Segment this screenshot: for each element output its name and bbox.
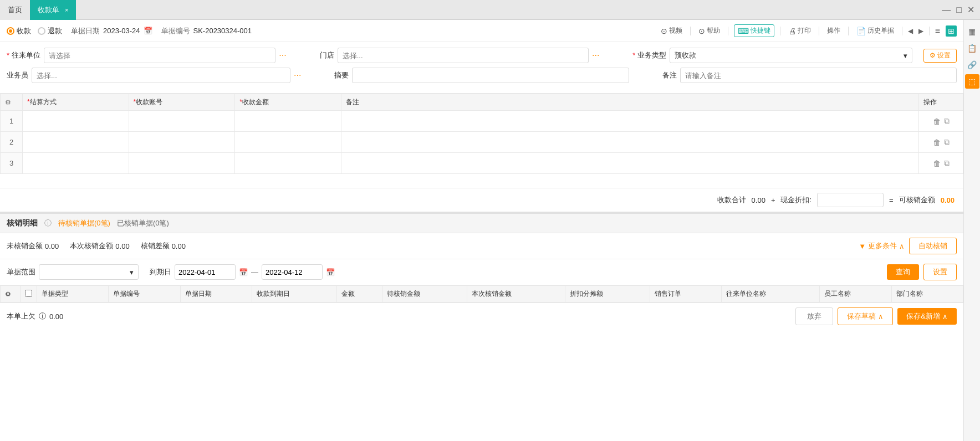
store-input[interactable] <box>338 48 589 63</box>
sidebar-icon-link[interactable]: 🔗 <box>965 58 979 72</box>
filter-setting-button[interactable]: 设置 <box>923 264 957 280</box>
btcol-counterpart-th: 往来单位名称 <box>722 286 820 302</box>
copy-icon-2[interactable]: ⧉ <box>944 137 950 147</box>
nav-right-icon[interactable]: ▶ <box>918 27 923 35</box>
cal-from-icon[interactable]: 📅 <box>239 268 248 276</box>
pending-tab[interactable]: 待核销单据(0笔) <box>58 218 110 228</box>
table-settings-icon[interactable]: ⚙ <box>5 99 11 106</box>
account-cell-3[interactable] <box>129 153 235 174</box>
btcol-settings-th[interactable]: ⚙ <box>1 286 21 302</box>
radio-refund-dot <box>38 27 45 35</box>
date-from-input[interactable] <box>175 264 236 280</box>
staff-more-icon[interactable]: ··· <box>294 70 301 80</box>
receipt-type-group: 收款 退款 <box>7 26 62 36</box>
btcol-sales-order-th: 销售订单 <box>650 286 721 302</box>
save-draft-button[interactable]: 保存草稿 ∧ <box>838 307 893 325</box>
footer-buttons: 放弃 保存草稿 ∧ 保存&新增 ∧ <box>795 307 957 325</box>
summary-row: 未核销金额 0.00 本次核销金额 0.00 核销差额 0.00 ▼ 更多条件 … <box>0 233 963 259</box>
setting-button[interactable]: ⚙ 设置 <box>923 49 957 63</box>
operation-btn[interactable]: 操作 <box>825 25 843 37</box>
save-new-button[interactable]: 保存&新增 ∧ <box>897 308 957 325</box>
range-select[interactable]: ▾ <box>39 264 139 280</box>
settlement-cell-1[interactable] <box>23 111 129 132</box>
filter-row: 单据范围 ▾ 到期日 📅 — 📅 查询 设置 <box>0 259 963 285</box>
remarks-cell-1[interactable] <box>341 111 918 132</box>
row-num-1: 1 <box>1 111 23 132</box>
table-footer: 收款合计 0.00 + 现金折扣: = 可核销金额 0.00 <box>0 188 963 212</box>
nav-left-icon[interactable]: ◀ <box>908 27 913 35</box>
info-icon[interactable]: ⓘ <box>44 218 52 228</box>
copy-icon-3[interactable]: ⧉ <box>944 158 950 168</box>
copy-icon-1[interactable]: ⧉ <box>944 116 950 126</box>
print-btn[interactable]: 🖨 打印 <box>786 25 813 37</box>
sidebar-icon-expand[interactable]: ⬚ <box>965 74 979 89</box>
delete-icon-1[interactable]: 🗑 <box>933 117 941 126</box>
tab-current[interactable]: 收款单 × <box>30 0 76 20</box>
more-conditions-btn[interactable]: ▼ 更多条件 ∧ <box>859 241 905 251</box>
btcol-dept-th: 部门名称 <box>891 286 963 302</box>
amount-cell-2[interactable] <box>235 132 341 153</box>
total-value: 0.00 <box>752 196 765 204</box>
sidebar-icon-table[interactable]: ▦ <box>965 24 979 39</box>
account-cell-2[interactable] <box>129 132 235 153</box>
btcol-discount-th: 折扣分摊额 <box>565 286 650 302</box>
col-settings-th[interactable]: ⚙ <box>1 94 23 111</box>
btcol-type-th: 单据类型 <box>37 286 109 302</box>
summary-field: 摘要 <box>334 68 629 83</box>
date-to-input[interactable] <box>262 264 323 280</box>
close-icon[interactable]: ✕ <box>967 4 974 15</box>
sidebar-icon-clipboard[interactable]: 📋 <box>965 41 979 55</box>
divider5 <box>848 27 849 35</box>
video-btn[interactable]: ⊙ 视频 <box>659 25 685 37</box>
counterpart-input[interactable] <box>44 48 276 63</box>
select-all-checkbox[interactable] <box>25 290 32 297</box>
store-more-icon[interactable]: ··· <box>592 50 599 60</box>
settlement-cell-2[interactable] <box>23 132 129 153</box>
calendar-icon[interactable]: 📅 <box>144 27 152 35</box>
tab-home[interactable]: 首页 <box>0 0 30 20</box>
counterpart-more-icon[interactable]: ··· <box>279 50 286 60</box>
store-field: 门店 ··· <box>320 48 600 63</box>
amount-cell-3[interactable] <box>235 153 341 174</box>
draft-arrow-icon: ∧ <box>878 312 884 321</box>
staff-input[interactable] <box>32 68 290 83</box>
restore-icon[interactable]: □ <box>956 5 962 15</box>
remarks-cell-3[interactable] <box>341 153 918 174</box>
help-btn[interactable]: ⊙ 帮助 <box>696 25 722 37</box>
delete-icon-3[interactable]: 🗑 <box>933 159 941 168</box>
divider1 <box>690 27 691 35</box>
auto-verify-btn[interactable]: 自动核销 <box>909 238 957 254</box>
next-due-info-icon[interactable]: ⓘ <box>39 311 46 321</box>
shortcut-btn[interactable]: ⌨ 快捷键 <box>734 24 774 37</box>
minimize-icon[interactable]: — <box>942 5 951 15</box>
cal-to-icon[interactable]: 📅 <box>326 268 335 276</box>
video-icon: ⊙ <box>661 27 667 35</box>
bottom-footer: 本单上欠 ⓘ 0.00 放弃 保存草稿 ∧ 保存&新增 ∧ <box>0 302 963 330</box>
account-cell-1[interactable] <box>129 111 235 132</box>
radio-receipt[interactable]: 收款 <box>7 26 31 36</box>
remarks-cell-2[interactable] <box>341 132 918 153</box>
list-view-icon[interactable]: ≡ <box>935 26 940 36</box>
discount-input[interactable] <box>817 193 884 207</box>
main-table-section: ⚙ *结算方式 *收款账号 *收款金额 备注 操作 1 <box>0 94 963 188</box>
tab-close-icon[interactable]: × <box>65 7 68 13</box>
bottom-table-settings-icon[interactable]: ⚙ <box>5 290 11 298</box>
remarks-input[interactable] <box>680 68 957 83</box>
date-value: 2023-03-24 <box>103 27 140 35</box>
col-action-th: 操作 <box>919 94 963 111</box>
query-button[interactable]: 查询 <box>887 264 919 280</box>
business-type-field: * 业务类型 预收款 ▾ <box>632 48 912 63</box>
row-num-3: 3 <box>1 153 23 174</box>
summary-input[interactable] <box>352 68 629 83</box>
business-type-select[interactable]: 预收款 ▾ <box>670 48 912 63</box>
settlement-cell-3[interactable] <box>23 153 129 174</box>
delete-icon-2[interactable]: 🗑 <box>933 138 941 147</box>
staff-field: 业务员 ··· <box>7 68 301 83</box>
amount-cell-1[interactable] <box>235 111 341 132</box>
done-tab[interactable]: 已核销单据(0笔) <box>117 218 169 228</box>
abandon-button[interactable]: 放弃 <box>795 307 833 325</box>
btcol-checkbox-th[interactable] <box>21 286 37 302</box>
radio-refund[interactable]: 退款 <box>38 26 62 36</box>
history-btn[interactable]: 📄 历史单据 <box>854 25 896 37</box>
grid-view-icon[interactable]: ⊞ <box>946 25 957 37</box>
